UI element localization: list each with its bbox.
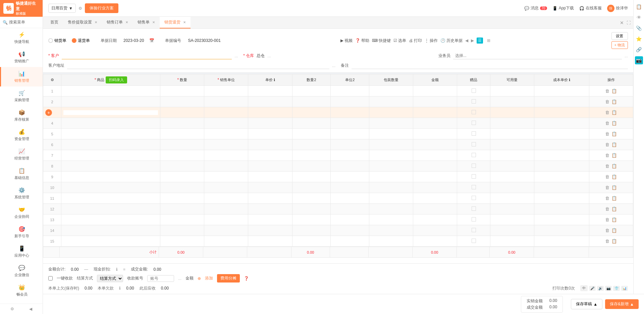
gift-cell[interactable] <box>457 236 490 247</box>
cost-price-cell[interactable] <box>534 161 589 172</box>
radio-return[interactable]: 退货单 <box>72 38 90 44</box>
gift-checkbox[interactable] <box>472 185 476 189</box>
sales-unit-cell[interactable] <box>204 161 248 172</box>
delete-row-icon[interactable]: 🗑 <box>605 88 609 93</box>
app-download-item[interactable]: 📱 App下载 <box>552 5 574 11</box>
select-btn[interactable]: ☑ 选单 <box>393 38 406 44</box>
add-row-button[interactable]: + <box>45 109 52 116</box>
unit2-cell[interactable] <box>331 86 369 97</box>
unit2-cell[interactable] <box>331 139 369 150</box>
product-cell[interactable] <box>61 129 160 139</box>
history-btn[interactable]: 🕐 历史单据 <box>440 38 463 44</box>
amount-cell[interactable] <box>413 172 457 182</box>
salesman-input[interactable] <box>453 52 622 59</box>
amount-cell[interactable] <box>413 236 457 247</box>
copy-row-icon[interactable]: 📋 <box>611 153 617 158</box>
address-dots[interactable]: ... <box>332 63 335 68</box>
message-item[interactable]: 💬 消息 70 <box>524 5 547 11</box>
sales-unit-cell[interactable] <box>204 172 248 182</box>
quantity-cell[interactable] <box>160 161 204 172</box>
amount-cell[interactable] <box>413 161 457 172</box>
amount-cell[interactable] <box>413 193 457 204</box>
pack-qty-cell[interactable] <box>369 161 413 172</box>
copy-row-icon[interactable]: 📋 <box>611 228 617 233</box>
help-btn[interactable]: ❓ 帮助 <box>355 38 369 44</box>
qty2-cell[interactable] <box>292 182 331 193</box>
unit-price-cell[interactable] <box>248 118 292 129</box>
col-settings[interactable]: ⚙ <box>43 74 61 86</box>
operation-btn[interactable]: ⋮ 操作 <box>425 38 438 44</box>
cost-price-cell[interactable] <box>534 129 589 139</box>
sidebar-item-operation[interactable]: 📈 经营管理 <box>0 145 43 164</box>
dots-icon[interactable]: ... <box>178 276 181 281</box>
copy-row-icon[interactable]: 📋 <box>611 239 617 244</box>
pack-qty-cell[interactable] <box>369 193 413 204</box>
unit2-cell[interactable] <box>331 236 369 247</box>
product-cell[interactable] <box>61 236 160 247</box>
sidebar-item-wechat[interactable]: 💬 企业微信 <box>0 261 43 281</box>
salesman-dots[interactable]: ... <box>625 54 628 58</box>
gift-cell[interactable] <box>457 204 490 214</box>
right-panel-btn-1[interactable]: 📋 <box>635 3 643 11</box>
address-input[interactable] <box>67 62 329 69</box>
sales-unit-cell[interactable] <box>204 118 248 129</box>
available-cell[interactable] <box>490 150 534 161</box>
pack-qty-cell[interactable] <box>369 139 413 150</box>
cost-price-cell[interactable] <box>534 182 589 193</box>
sidebar-item-finance[interactable]: 💰 资金管理 <box>0 125 43 145</box>
copy-row-icon[interactable]: 📋 <box>611 142 617 147</box>
settings-btn[interactable]: 设置 <box>611 32 628 40</box>
gift-cell[interactable] <box>457 193 490 204</box>
amount-cell[interactable] <box>413 118 457 129</box>
available-cell[interactable] <box>490 193 534 204</box>
gift-checkbox[interactable] <box>472 217 476 222</box>
logistics-btn[interactable]: + 物流 <box>611 41 628 49</box>
pack-qty-cell[interactable] <box>369 129 413 139</box>
unit2-cell[interactable] <box>331 161 369 172</box>
copy-row-icon[interactable]: 📋 <box>611 206 617 211</box>
product-cell[interactable] <box>61 150 160 161</box>
quantity-cell[interactable] <box>160 214 204 225</box>
save-new-button[interactable]: 保存&新增 ▲ <box>605 299 633 309</box>
quantity-cell[interactable] <box>160 204 204 214</box>
customer-dots[interactable]: ... <box>234 54 238 58</box>
product-cell[interactable] <box>61 118 160 129</box>
sales-unit-cell[interactable] <box>204 204 248 214</box>
copy-row-icon[interactable]: 📋 <box>611 185 617 190</box>
gift-cell[interactable] <box>457 172 490 182</box>
available-cell[interactable] <box>490 172 534 182</box>
close-all-tabs[interactable]: ✕ <box>620 20 624 25</box>
product-cell[interactable] <box>61 172 160 182</box>
delete-row-icon[interactable]: 🗑 <box>605 121 609 126</box>
qty2-cell[interactable] <box>292 107 331 118</box>
product-cell[interactable] <box>61 182 160 193</box>
unit-price-cell[interactable] <box>248 172 292 182</box>
sales-unit-cell[interactable] <box>204 150 248 161</box>
delete-row-icon[interactable]: 🗑 <box>605 110 609 115</box>
right-panel-btn-active[interactable]: 📷 <box>635 56 643 64</box>
quantity-cell[interactable] <box>160 107 204 118</box>
unit2-cell[interactable] <box>331 182 369 193</box>
sales-unit-cell[interactable] <box>204 107 248 118</box>
customer-input[interactable] <box>62 52 232 59</box>
quantity-cell[interactable] <box>160 150 204 161</box>
qty2-cell[interactable] <box>292 236 331 247</box>
sales-unit-cell[interactable] <box>204 214 248 225</box>
one-click-checkbox[interactable] <box>48 276 53 280</box>
sidebar-item-enterprise[interactable]: 🤝 企业协同 <box>0 203 43 223</box>
delete-row-icon[interactable]: 🗑 <box>605 99 609 104</box>
gift-checkbox[interactable] <box>472 110 476 114</box>
right-panel-btn-3[interactable]: 📎 <box>635 24 643 32</box>
right-panel-btn-4[interactable]: ⭐ <box>635 35 643 43</box>
gift-cell[interactable] <box>457 214 490 225</box>
print-btn[interactable]: 🖨 打印 <box>409 38 422 44</box>
tab-close-icon[interactable]: ✕ <box>125 20 128 24</box>
qty2-cell[interactable] <box>292 118 331 129</box>
gift-checkbox[interactable] <box>472 121 476 125</box>
amount-cell[interactable] <box>413 86 457 97</box>
nav-prev-icon[interactable]: ◀ <box>465 38 468 43</box>
unit-price-cell[interactable] <box>248 86 292 97</box>
pack-qty-cell[interactable] <box>369 204 413 214</box>
tab-close-icon[interactable]: ✕ <box>152 20 155 24</box>
amount-cell[interactable] <box>413 129 457 139</box>
